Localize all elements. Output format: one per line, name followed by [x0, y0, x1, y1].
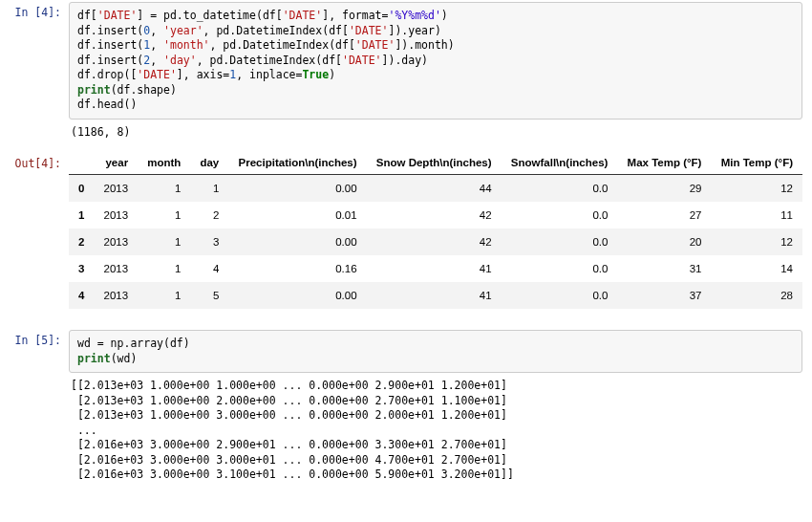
cell-value: 1 — [138, 202, 190, 228]
cell-value: 0.00 — [228, 282, 366, 309]
row-index: 2 — [69, 228, 94, 255]
cell-value: 1 — [190, 175, 228, 203]
cell-value: 2013 — [94, 255, 138, 282]
stdout-text: [[2.013e+03 1.000e+00 1.000e+00 ... 0.00… — [69, 375, 812, 485]
cell-value: 0.00 — [228, 175, 366, 203]
cell-value: 0.0 — [502, 228, 618, 255]
cell-value: 29 — [617, 175, 711, 203]
code-line: df['DATE'] = pd.to_datetime(df['DATE'], … — [77, 9, 448, 22]
table-row: 32013140.16410.03114 — [69, 255, 802, 282]
table-row: 42013150.00410.03728 — [69, 282, 802, 309]
cell-value: 44 — [367, 175, 502, 203]
stdout-text: (1186, 8) — [69, 121, 812, 142]
row-index: 3 — [69, 255, 94, 282]
cell-value: 20 — [617, 228, 711, 255]
code-line: wd = np.array(df) — [77, 337, 190, 350]
col-day: day — [190, 151, 228, 175]
dataframe-table: year month day Precipitation\n(inches) S… — [69, 151, 802, 309]
col-mintemp: Min Temp (°F) — [711, 151, 802, 175]
cell-value: 12 — [711, 175, 802, 203]
cell-value: 2013 — [94, 228, 138, 255]
header-row: year month day Precipitation\n(inches) S… — [69, 151, 802, 175]
col-snowdepth: Snow Depth\n(inches) — [367, 151, 502, 175]
code-line: print(wd) — [77, 352, 137, 365]
out-prompt-4: Out[4]: — [0, 151, 69, 170]
empty-prompt — [0, 375, 69, 381]
col-maxtemp: Max Temp (°F) — [617, 151, 711, 175]
cell-value: 1 — [138, 228, 190, 255]
cell-value: 41 — [367, 255, 502, 282]
dataframe-output: year month day Precipitation\n(inches) S… — [69, 151, 812, 309]
cell-value: 0.0 — [502, 175, 618, 203]
cell-value: 2 — [190, 202, 228, 228]
code-input-5[interactable]: wd = np.array(df) print(wd) — [69, 330, 802, 373]
in-prompt-4: In [4]: — [0, 0, 69, 19]
cell-5-stdout: [[2.013e+03 1.000e+00 1.000e+00 ... 0.00… — [0, 375, 812, 485]
cell-value: 42 — [367, 202, 502, 228]
cell-5-input: In [5]: wd = np.array(df) print(wd) — [0, 328, 812, 375]
table-row: 22013130.00420.02012 — [69, 228, 802, 255]
cell-value: 42 — [367, 228, 502, 255]
col-index — [69, 151, 94, 175]
cell-value: 1 — [138, 282, 190, 309]
cell-4-input: In [4]: df['DATE'] = pd.to_datetime(df['… — [0, 0, 812, 121]
code-line: df.insert(1, 'month', pd.DatetimeIndex(d… — [77, 38, 455, 52]
code-line: df.insert(2, 'day', pd.DatetimeIndex(df[… — [77, 54, 428, 67]
cell-value: 0.00 — [228, 228, 366, 255]
col-snowfall: Snowfall\n(inches) — [502, 151, 618, 175]
code-line: print(df.shape) — [77, 83, 177, 97]
in-prompt-5: In [5]: — [0, 328, 69, 347]
table-row: 12013120.01420.02711 — [69, 202, 802, 228]
code-line: df.head() — [77, 98, 137, 111]
cell-value: 2013 — [94, 202, 138, 228]
cell-value: 4 — [190, 255, 228, 282]
cell-value: 0.01 — [228, 202, 366, 228]
cell-value: 27 — [617, 202, 711, 228]
cell-value: 41 — [367, 282, 502, 309]
cell-value: 37 — [617, 282, 711, 309]
cell-value: 3 — [190, 228, 228, 255]
cell-4-stdout: (1186, 8) — [0, 121, 812, 142]
table-row: 02013110.00440.02912 — [69, 175, 802, 203]
cell-value: 28 — [711, 282, 802, 309]
code-line: df.insert(0, 'year', pd.DatetimeIndex(df… — [77, 24, 441, 37]
cell-value: 2013 — [94, 175, 138, 203]
cell-value: 14 — [711, 255, 802, 282]
code-input-4[interactable]: df['DATE'] = pd.to_datetime(df['DATE'], … — [69, 2, 802, 120]
col-precip: Precipitation\n(inches) — [228, 151, 366, 175]
cell-value: 5 — [190, 282, 228, 309]
cell-value: 0.16 — [228, 255, 366, 282]
cell-value: 11 — [711, 202, 802, 228]
cell-value: 0.0 — [502, 202, 618, 228]
row-index: 1 — [69, 202, 94, 228]
code-line: df.drop(['DATE'], axis=1, inplace=True) — [77, 68, 335, 81]
cell-value: 0.0 — [502, 282, 618, 309]
col-month: month — [138, 151, 190, 175]
cell-value: 31 — [617, 255, 711, 282]
row-index: 4 — [69, 282, 94, 309]
cell-value: 1 — [138, 175, 190, 203]
cell-value: 0.0 — [502, 255, 618, 282]
cell-value: 12 — [711, 228, 802, 255]
cell-value: 1 — [138, 255, 190, 282]
empty-prompt — [0, 121, 69, 127]
col-year: year — [94, 151, 138, 175]
cell-value: 2013 — [94, 282, 138, 309]
cell-4-output: Out[4]: year month day Precipitation\n(i… — [0, 151, 812, 309]
row-index: 0 — [69, 175, 94, 203]
